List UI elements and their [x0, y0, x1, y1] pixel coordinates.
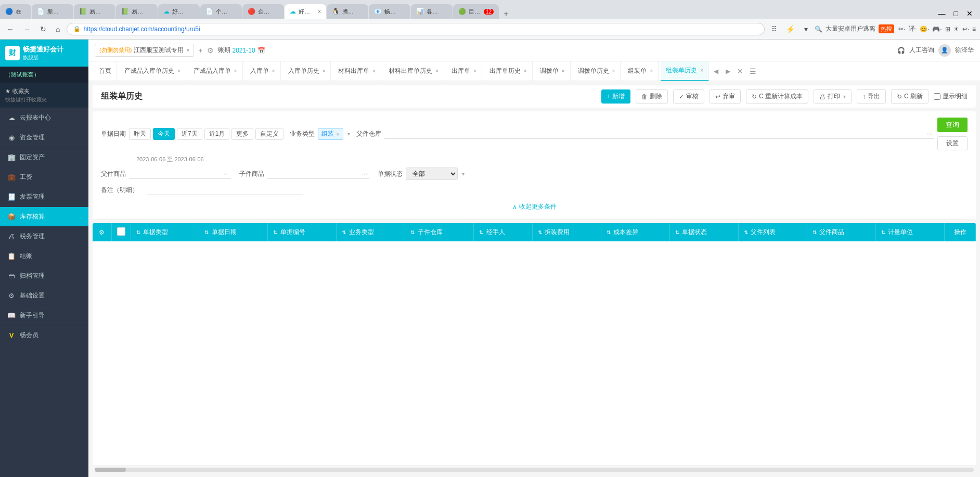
minimize-btn[interactable]: — — [935, 8, 949, 19]
approve-btn[interactable]: ✓ 审核 — [673, 89, 704, 104]
nav-tab-prod-in-hist[interactable]: 产成品入库单历史 × — [119, 61, 186, 81]
th-handler[interactable]: ⇅ 经手人 — [474, 223, 533, 241]
tab-7[interactable]: 🔴 企… — [242, 4, 284, 19]
child-goods-more-btn[interactable]: ··· — [360, 170, 369, 177]
grid-tool[interactable]: ⊞ — [945, 25, 950, 33]
maximize-btn[interactable]: □ — [951, 8, 961, 19]
th-child-warehouse[interactable]: ⇅ 子件仓库 — [405, 223, 474, 241]
sidebar-item-invoice[interactable]: 🧾 发票管理 — [0, 187, 88, 207]
nav-prev-arrow[interactable]: ◀ — [711, 68, 721, 75]
reject-btn[interactable]: ↩ 弃审 — [710, 89, 741, 104]
th-unit[interactable]: ⇅ 计量单位 — [875, 223, 944, 241]
collapse-btn[interactable]: ∧ 收起更多条件 — [101, 200, 968, 213]
recalc-btn[interactable]: ↻ C 重新计算成本 — [746, 89, 808, 104]
th-cost-diff[interactable]: ⇅ 成本差异 — [601, 223, 670, 241]
scroll-thumb[interactable] — [95, 468, 126, 472]
tab-11[interactable]: 📊 各… — [411, 4, 453, 19]
new-btn[interactable]: + 新增 — [601, 89, 630, 104]
parent-warehouse-more-btn[interactable]: ··· — [925, 130, 934, 137]
show-detail-input[interactable] — [934, 93, 940, 100]
refresh-btn[interactable]: ↻ C 刷新 — [891, 89, 929, 104]
add-company-button[interactable]: + — [198, 46, 202, 55]
close-btn[interactable]: ✕ — [963, 8, 976, 19]
nav-tab-assemble-hist-close[interactable]: × — [700, 68, 703, 73]
sidebar-item-cloud-report[interactable]: ☁ 云报表中心 — [0, 108, 88, 128]
order-status-select[interactable]: 全部 草稿 已审核 — [406, 167, 458, 180]
scissors-tool[interactable]: ✂· — [898, 25, 905, 33]
nav-tab-prod-in-close[interactable]: × — [234, 68, 237, 74]
filter-settings-button[interactable]: 设置 — [937, 136, 968, 150]
lightning-button[interactable]: ⚡ — [783, 24, 797, 34]
nav-tab-prod-in[interactable]: 产成品入库单 × — [188, 61, 243, 81]
print-btn[interactable]: 🖨 打印 ▾ — [814, 89, 852, 104]
th-order-no[interactable]: ⇅ 单据编号 — [268, 223, 337, 241]
nav-tab-adjust-hist-close[interactable]: × — [612, 68, 615, 74]
nav-tab-in-order-close[interactable]: × — [272, 68, 275, 74]
th-parent-list[interactable]: ⇅ 父件列表 — [738, 223, 807, 241]
nav-tab-material-out-close[interactable]: × — [372, 68, 376, 74]
tab-10[interactable]: 📧 畅… — [369, 4, 410, 19]
th-disassembly-cost[interactable]: ⇅ 拆装费用 — [533, 223, 601, 241]
sidebar-fav[interactable]: ★ 收藏夹 快捷键打开收藏夹 — [0, 83, 88, 108]
reload-button[interactable]: ↻ — [37, 24, 49, 34]
translate-tool[interactable]: 译· — [909, 24, 917, 33]
nav-tab-assemble-hist[interactable]: 组装单历史 × — [661, 61, 709, 81]
more-date-btn[interactable]: 更多 — [231, 128, 253, 140]
tab-4[interactable]: 📗 易… — [116, 4, 158, 19]
nav-tab-in-order[interactable]: 入库单 × — [245, 61, 281, 81]
nav-tab-in-hist-close[interactable]: × — [323, 68, 326, 74]
tab-1[interactable]: 🔵 在 — [0, 4, 31, 19]
user-service-label[interactable]: 人工咨询 — [909, 46, 934, 55]
nav-tab-in-hist[interactable]: 入库单历史 × — [283, 61, 331, 81]
sidebar-item-fund[interactable]: ◉ 资金管理 — [0, 128, 88, 148]
custom-date-btn[interactable]: 自定义 — [255, 128, 283, 140]
nav-next-arrow[interactable]: ▶ — [723, 68, 733, 75]
export-btn[interactable]: ↑ 导出 — [857, 89, 886, 104]
gear-settings-button[interactable]: ⚙ — [207, 46, 214, 55]
sidebar-item-inventory[interactable]: 📦 库存核算 — [0, 207, 88, 227]
nav-tab-adjust-close[interactable]: × — [562, 68, 565, 74]
nav-tab-assemble[interactable]: 组装单 × — [623, 61, 659, 81]
more-button[interactable]: ▾ — [802, 24, 810, 34]
nav-tab-home[interactable]: 首页 — [94, 61, 117, 81]
nav-tab-material-out[interactable]: 材料出库单 × — [333, 61, 381, 81]
sidebar-item-salary[interactable]: 💼 工资 — [0, 167, 88, 187]
th-settings[interactable]: ⚙ — [93, 223, 111, 241]
tab-2[interactable]: 📄 新… — [32, 4, 73, 19]
show-detail-checkbox[interactable]: 显示明细 — [934, 92, 968, 101]
nav-tab-material-out-hist-close[interactable]: × — [435, 68, 439, 74]
notes-input[interactable] — [147, 185, 303, 195]
nav-tab-prod-in-hist-close[interactable]: × — [177, 68, 180, 74]
sun-tool[interactable]: ☀ — [953, 25, 959, 33]
tab-6[interactable]: 📄 个… — [200, 4, 242, 19]
nav-tab-adjust[interactable]: 调拨单 × — [535, 61, 571, 81]
scroll-track[interactable] — [95, 468, 974, 472]
tab-12[interactable]: 🟢 目… 12 — [453, 4, 499, 19]
url-bar[interactable]: 🔒 https://cloud.chanjet.com/accounting/u… — [67, 23, 765, 35]
sidebar-item-guide[interactable]: 📖 新手引导 — [0, 306, 88, 326]
nav-tab-out-order[interactable]: 出库单 × — [446, 61, 482, 81]
sidebar-item-fixed-asset[interactable]: 🏢 固定资产 — [0, 148, 88, 167]
sidebar-item-checkout[interactable]: 📋 结账 — [0, 247, 88, 266]
th-order-status[interactable]: ⇅ 单据状态 — [670, 223, 739, 241]
sidebar-item-member[interactable]: V 畅会员 — [0, 326, 88, 345]
close-all-tabs-button[interactable]: ✕ — [735, 67, 745, 75]
calendar-icon[interactable]: 📅 — [257, 47, 265, 54]
query-button[interactable]: 查询 — [937, 118, 968, 132]
tabs-menu-button[interactable]: ☰ — [747, 67, 758, 75]
nav-tab-out-order-close[interactable]: × — [473, 68, 476, 74]
select-all-checkbox[interactable] — [117, 227, 125, 236]
home-button[interactable]: ⌂ — [53, 24, 62, 34]
tab-8-close[interactable]: × — [318, 9, 321, 15]
forward-button[interactable]: → — [21, 24, 33, 34]
th-order-type[interactable]: ⇅ 单据类型 — [131, 223, 199, 241]
nav-tab-out-hist-close[interactable]: × — [524, 68, 527, 74]
th-order-date[interactable]: ⇅ 单据日期 — [199, 223, 268, 241]
nav-tab-adjust-hist[interactable]: 调拨单历史 × — [573, 61, 621, 81]
th-biz-type[interactable]: ⇅ 业务类型 — [337, 223, 405, 241]
parent-goods-more-btn[interactable]: ··· — [222, 170, 231, 177]
delete-btn[interactable]: 🗑 删除 — [636, 89, 668, 104]
last7days-btn[interactable]: 近7天 — [177, 128, 202, 140]
child-goods-input[interactable] — [267, 169, 360, 178]
biz-type-dropdown[interactable]: ▾ — [347, 131, 350, 137]
